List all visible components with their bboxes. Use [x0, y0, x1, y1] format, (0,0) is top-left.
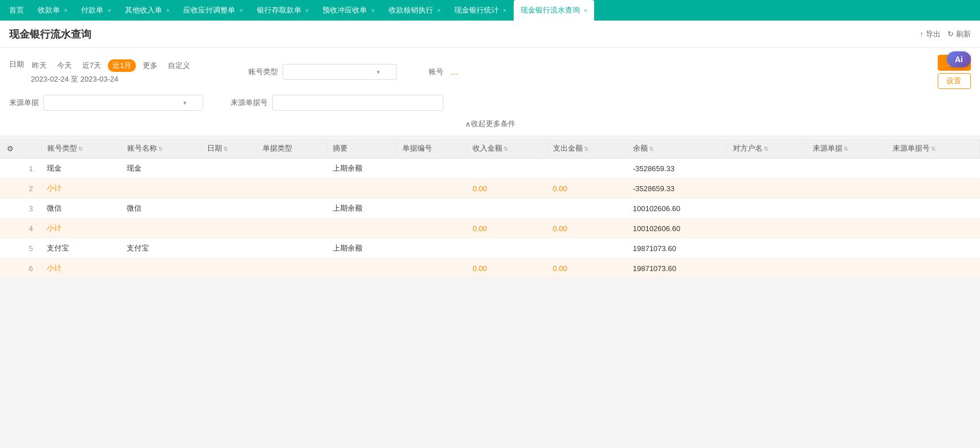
- source-doc-select[interactable]: ▾: [43, 95, 203, 111]
- td-expense: 0.00: [547, 179, 627, 199]
- close-icon[interactable]: ×: [371, 0, 374, 21]
- close-icon[interactable]: ×: [437, 0, 441, 21]
- source-doc-num-label: 来源单据号: [231, 98, 268, 108]
- collapse-bar[interactable]: ∧ 收起更多条件: [9, 116, 971, 129]
- source-doc-label: 来源单据: [9, 98, 39, 108]
- th-summary[interactable]: 摘要: [327, 139, 397, 159]
- th-source-doc-num[interactable]: 来源单据号⇅: [887, 139, 980, 159]
- td-summary: 上期余额: [327, 199, 397, 219]
- td-balance: -3528659.33: [627, 179, 727, 199]
- td-date: [201, 179, 256, 199]
- td-counterpart: [727, 219, 806, 239]
- account-label: 账号: [429, 67, 443, 77]
- date-btn-more[interactable]: 更多: [139, 59, 161, 72]
- settings-button[interactable]: 设置: [938, 73, 971, 89]
- source-doc-num-input[interactable]: [272, 95, 443, 111]
- th-doc-num[interactable]: 单据编号: [396, 139, 466, 159]
- td-date: [201, 159, 256, 179]
- date-btn-1month[interactable]: 近1月: [108, 59, 136, 72]
- th-expense[interactable]: 支出金额⇅: [547, 139, 627, 159]
- close-icon[interactable]: ×: [107, 0, 111, 21]
- td-source-doc: [807, 219, 887, 239]
- nav-item-flow-query[interactable]: 现金银行流水查询 ×: [514, 0, 594, 21]
- source-doc-group: 来源单据 ▾: [9, 95, 203, 111]
- account-type-label: 账号类型: [248, 67, 278, 77]
- close-icon[interactable]: ×: [64, 0, 67, 21]
- filter-row-1: 日期 昨天 今天 近7天 近1月 更多 自定义 2023-02-24 至 202…: [9, 55, 971, 89]
- td-balance: 100102606.60: [627, 219, 727, 239]
- th-gear[interactable]: ⚙: [0, 139, 21, 159]
- td-doc-num: [396, 199, 466, 219]
- td-checkbox: [0, 259, 21, 279]
- td-doc-num: [396, 159, 466, 179]
- table-row: 1现金现金上期余额-3528659.33: [0, 159, 980, 179]
- nav-item-bank-withdraw[interactable]: 银行存取款单 ×: [250, 0, 316, 21]
- header-actions: ↑ 导出 ↻ 刷新: [920, 29, 971, 39]
- date-btn-yesterday[interactable]: 昨天: [29, 59, 50, 72]
- chevron-down-icon: ▾: [183, 99, 187, 107]
- page-header: 现金银行流水查询 ↑ 导出 ↻ 刷新: [0, 21, 980, 48]
- th-counterpart[interactable]: 对方户名⇅: [727, 139, 806, 159]
- td-balance: -3528659.33: [627, 159, 727, 179]
- date-btn-7days[interactable]: 近7天: [79, 59, 104, 72]
- close-icon[interactable]: ×: [584, 0, 587, 21]
- td-checkbox: [0, 199, 21, 219]
- td-summary: 上期余额: [327, 239, 397, 259]
- nav-item-home[interactable]: 首页: [2, 0, 31, 21]
- export-button[interactable]: ↑ 导出: [920, 29, 941, 39]
- th-rownum: [21, 139, 41, 159]
- td-doc-type: [256, 159, 326, 179]
- close-icon[interactable]: ×: [305, 0, 309, 21]
- td-account-type: 微信: [41, 199, 121, 219]
- ai-badge[interactable]: Ai: [947, 51, 971, 67]
- nav-item-other-income[interactable]: 其他收入单 ×: [118, 0, 176, 21]
- td-income: 0.00: [467, 219, 547, 239]
- th-account-name[interactable]: 账号名称⇅: [121, 139, 201, 159]
- page-title: 现金银行流水查询: [9, 27, 91, 41]
- td-account-name: 现金: [121, 159, 201, 179]
- th-balance[interactable]: 余额⇅: [627, 139, 727, 159]
- date-btn-custom[interactable]: 自定义: [164, 59, 193, 72]
- chevron-up-icon: ∧: [465, 120, 471, 128]
- nav-item-payment[interactable]: 付款单 ×: [74, 0, 118, 21]
- nav-item-stats[interactable]: 现金银行统计 ×: [447, 0, 513, 21]
- nav-item-receipt[interactable]: 收款单 ×: [31, 0, 74, 21]
- td-doc-num: [396, 179, 466, 199]
- close-icon[interactable]: ×: [503, 0, 506, 21]
- td-date: [201, 259, 256, 279]
- td-source-doc-num: [887, 219, 980, 239]
- td-source-doc: [807, 259, 887, 279]
- nav-item-adjust[interactable]: 应收应付调整单 ×: [176, 0, 249, 21]
- td-account-type: 小计: [41, 219, 121, 239]
- table-body: 1现金现金上期余额-3528659.332小计0.000.00-3528659.…: [0, 159, 980, 279]
- th-source-doc[interactable]: 来源单据⇅: [807, 139, 887, 159]
- td-expense: 0.00: [547, 259, 627, 279]
- account-dots-button[interactable]: ...: [448, 67, 460, 77]
- nav-item-prepay[interactable]: 预收冲应收单 ×: [316, 0, 381, 21]
- close-icon[interactable]: ×: [166, 0, 170, 21]
- td-doc-num: [396, 239, 466, 259]
- date-btn-today[interactable]: 今天: [54, 59, 75, 72]
- th-doc-type[interactable]: 单据类型: [256, 139, 326, 159]
- source-doc-num-group: 来源单据号: [231, 95, 443, 111]
- refresh-button[interactable]: ↻ 刷新: [947, 29, 971, 39]
- td-income: [467, 159, 547, 179]
- th-income[interactable]: 收入金额⇅: [467, 139, 547, 159]
- td-summary: [327, 219, 397, 239]
- table-row: 2小计0.000.00-3528659.33: [0, 179, 980, 199]
- data-table: ⚙ 账号类型⇅ 账号名称⇅ 日期⇅ 单据类型 摘要 单据编号 收入金额⇅ 支出金…: [0, 139, 980, 279]
- td-source-doc: [807, 239, 887, 259]
- th-date[interactable]: 日期⇅: [201, 139, 256, 159]
- close-icon[interactable]: ×: [239, 0, 243, 21]
- table-row: 3微信微信上期余额100102606.60: [0, 199, 980, 219]
- td-source-doc-num: [887, 199, 980, 219]
- td-source-doc-num: [887, 239, 980, 259]
- th-account-type[interactable]: 账号类型⇅: [41, 139, 121, 159]
- td-date: [201, 239, 256, 259]
- table-row: 5支付宝支付宝上期余额19871073.60: [0, 239, 980, 259]
- td-expense: [547, 199, 627, 219]
- export-icon: ↑: [920, 30, 924, 38]
- account-type-select[interactable]: ▾: [283, 64, 397, 80]
- nav-item-verify[interactable]: 收款核销执行 ×: [382, 0, 447, 21]
- refresh-icon: ↻: [947, 30, 954, 38]
